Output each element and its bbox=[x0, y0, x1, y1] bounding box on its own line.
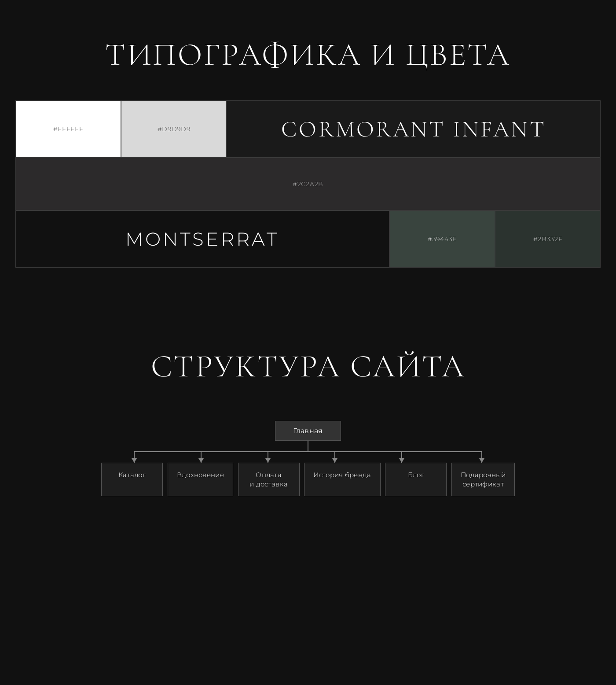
color-row-dark: #2C2A2B bbox=[15, 158, 601, 210]
swatch-white: #FFFFFF bbox=[15, 100, 121, 158]
sitemap-child-catalog: Каталог bbox=[101, 463, 163, 496]
sitemap-connector-lines bbox=[101, 441, 515, 463]
typography-title: ТИПОГРАФИКА И ЦВЕТА bbox=[15, 35, 601, 74]
structure-title: СТРУКТУРА САЙТА bbox=[15, 347, 601, 386]
sitemap: Главная bbox=[15, 421, 601, 496]
sitemap-child-blog: Блог bbox=[385, 463, 447, 496]
svg-marker-13 bbox=[479, 458, 484, 463]
svg-marker-12 bbox=[399, 458, 404, 463]
svg-marker-8 bbox=[132, 458, 137, 463]
sitemap-children: Каталог Вдохновение Оплатаи доставка Ист… bbox=[101, 463, 515, 496]
swatch-cormorant-font: CORMORANT INFANT bbox=[227, 100, 601, 158]
sitemap-root: Главная bbox=[275, 421, 341, 441]
color-grid-top: #FFFFFF #D9D9D9 CORMORANT INFANT bbox=[15, 100, 601, 158]
sitemap-child-delivery: Оплатаи доставка bbox=[238, 463, 300, 496]
sitemap-child-gift: Подарочныйсертификат bbox=[451, 463, 515, 496]
typography-section: ТИПОГРАФИКА И ЦВЕТА #FFFFFF #D9D9D9 CORM… bbox=[0, 0, 616, 268]
svg-marker-10 bbox=[265, 458, 271, 463]
color-grid-bottom: MONTSERRAT #39443E #2B332F bbox=[15, 210, 601, 268]
svg-marker-11 bbox=[332, 458, 337, 463]
sitemap-child-brand: История бренда bbox=[304, 463, 380, 496]
swatch-dark: #2C2A2B bbox=[15, 158, 601, 210]
svg-marker-9 bbox=[198, 458, 204, 463]
structure-section: СТРУКТУРА САЙТА Главная bbox=[0, 268, 616, 531]
swatch-lightgray: #D9D9D9 bbox=[121, 100, 227, 158]
swatch-montserrat-font: MONTSERRAT bbox=[15, 210, 389, 268]
sitemap-child-inspiration: Вдохновение bbox=[168, 463, 233, 496]
swatch-dark-teal: #2B332F bbox=[495, 210, 601, 268]
swatch-teal: #39443E bbox=[389, 210, 495, 268]
